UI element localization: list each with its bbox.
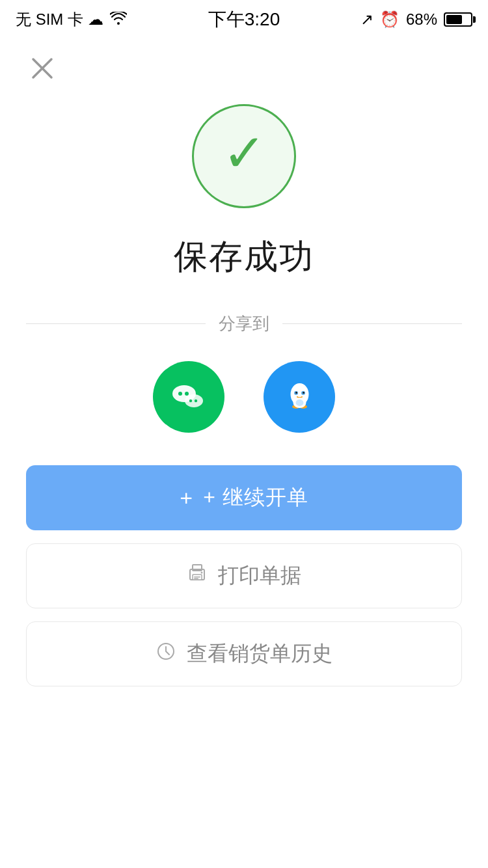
svg-point-7 bbox=[194, 399, 197, 401]
share-icons bbox=[26, 361, 462, 433]
history-button[interactable]: 查看销货单历史 bbox=[26, 621, 462, 686]
status-right: ↗ ⏰ 68% bbox=[360, 10, 472, 29]
print-label: 打印单据 bbox=[218, 562, 301, 590]
wechat-share-button[interactable] bbox=[153, 361, 224, 433]
share-divider: 分享到 bbox=[26, 312, 462, 335]
status-left: 无 SIM 卡 ☁ bbox=[16, 9, 127, 30]
success-title: 保存成功 bbox=[174, 234, 314, 280]
status-time: 下午3:20 bbox=[208, 7, 280, 32]
share-section: 分享到 bbox=[26, 312, 462, 433]
svg-point-13 bbox=[303, 392, 305, 394]
success-icon: ✓ bbox=[192, 104, 296, 208]
battery-percent: 68% bbox=[406, 10, 437, 29]
main-content: ✓ 保存成功 分享到 bbox=[0, 39, 488, 686]
qq-share-button[interactable] bbox=[264, 361, 335, 433]
print-button[interactable]: 打印单据 bbox=[26, 543, 462, 608]
continue-icon: + bbox=[180, 485, 193, 511]
continue-button[interactable]: + + 继续开单 bbox=[26, 465, 462, 530]
action-buttons: + + 继续开单 打印单据 bbox=[26, 465, 462, 686]
print-icon bbox=[187, 563, 208, 589]
svg-point-12 bbox=[295, 392, 297, 394]
share-label: 分享到 bbox=[219, 312, 269, 335]
close-button-container bbox=[26, 39, 462, 104]
battery-icon bbox=[444, 12, 472, 27]
alarm-icon: ⏰ bbox=[380, 10, 400, 29]
wifi-icon bbox=[110, 10, 127, 29]
close-button[interactable] bbox=[26, 52, 59, 85]
continue-label: + 继续开单 bbox=[203, 483, 308, 512]
location-icon: ↗ bbox=[360, 10, 373, 29]
checkmark-icon: ✓ bbox=[223, 128, 266, 180]
svg-point-4 bbox=[185, 392, 189, 396]
svg-rect-21 bbox=[194, 576, 200, 578]
svg-point-23 bbox=[201, 572, 203, 574]
svg-point-5 bbox=[185, 394, 203, 407]
svg-point-3 bbox=[178, 392, 182, 396]
history-label: 查看销货单历史 bbox=[187, 640, 332, 668]
status-bar: 无 SIM 卡 ☁ 下午3:20 ↗ ⏰ 68% bbox=[0, 0, 488, 39]
svg-rect-22 bbox=[194, 578, 198, 580]
history-icon bbox=[156, 641, 176, 667]
sim-label: 无 SIM 卡 ☁ bbox=[16, 9, 103, 30]
svg-point-6 bbox=[189, 399, 191, 401]
svg-point-17 bbox=[295, 400, 303, 406]
